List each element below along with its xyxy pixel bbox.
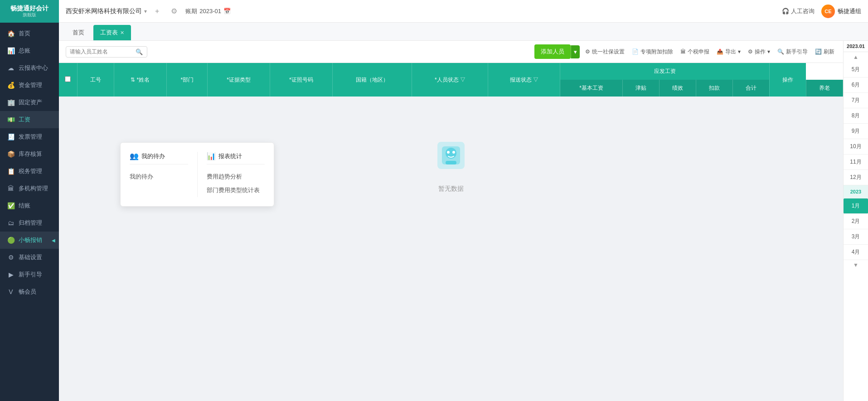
sidebar-item-label-checkout: 结账 [19, 202, 30, 210]
company-dropdown-icon: ▾ [144, 8, 147, 14]
month-nav-up[interactable]: ▲ [844, 52, 868, 62]
col-employee-id: 工号 [77, 63, 114, 97]
sidebar-item-label-multi-org: 多机构管理 [19, 184, 48, 193]
service-button[interactable]: 🎧 人工咨询 [782, 7, 815, 15]
month-item-jul[interactable]: 7月 [844, 93, 868, 108]
sidebar-item-cloud-report[interactable]: ☁云报表中心 [0, 59, 59, 77]
dept-cost-item[interactable]: 部门费用类型统计表 [207, 184, 265, 197]
add-person-dropdown-button[interactable]: ▾ [571, 45, 580, 58]
sidebar-item-salary[interactable]: 💵工资 [0, 111, 59, 128]
month-item-oct[interactable]: 10月 [844, 139, 868, 155]
todo-section-icon: 👥 [130, 152, 139, 160]
col-pension: 养老 [806, 80, 843, 97]
month-item-apr[interactable]: 4月 [844, 245, 868, 260]
logo-sub: 旗舰版 [23, 12, 36, 18]
col-checkbox[interactable] [59, 63, 77, 97]
headset-icon: 🎧 [782, 8, 789, 14]
tax-report-button[interactable]: 🏛 个税申报 [679, 48, 711, 56]
col-name[interactable]: ⇅ *姓名 [114, 63, 167, 97]
tab-close-icon[interactable]: ✕ [120, 30, 124, 36]
sidebar-item-tax[interactable]: 📋税务管理 [0, 163, 59, 180]
archive-icon: 🗂 [7, 219, 15, 227]
export-button[interactable]: 📤 导出 ▾ [715, 48, 742, 56]
logo: 畅捷通好会计 旗舰版 [0, 0, 59, 23]
sidebar-item-expense[interactable]: 🟢小畅报销◀ [0, 232, 59, 249]
cost-trend-item[interactable]: 费用趋势分析 [207, 170, 265, 184]
month-item-nov[interactable]: 11月 [844, 155, 868, 170]
empty-icon [428, 133, 474, 178]
search-icon[interactable]: 🔍 [136, 48, 143, 55]
sidebar-item-home[interactable]: 🏠首页 [0, 25, 59, 42]
dropdown-section-title-report: 📊 报表统计 [207, 152, 265, 164]
col-report-status[interactable]: 报送状态 ▽ [488, 63, 560, 97]
month-item-jun[interactable]: 6月 [844, 77, 868, 93]
tab-bar: 首页 工资表 ✕ [59, 23, 868, 41]
inventory-icon: 📦 [7, 150, 15, 158]
select-all-checkbox[interactable] [65, 76, 71, 82]
month-item-sep[interactable]: 9月 [844, 124, 868, 139]
month-item-jan[interactable]: 1月 [844, 198, 868, 214]
main-content: 西安虾米网络科技有限公司 ▾ + ⚙ 账期 2023-01 📅 🎧 人工咨询 C… [59, 0, 868, 401]
period-info: 账期 2023-01 📅 [185, 7, 231, 15]
sidebar-item-checkout[interactable]: ✅结账 [0, 197, 59, 214]
sidebar-item-guide[interactable]: ▶新手引导 [0, 266, 59, 283]
social-insurance-button[interactable]: ⚙ 统一社保设置 [583, 48, 626, 56]
table-header-row1: 工号 ⇅ *姓名 *部门 *证据类型 *证照号码 国籍（地区） *人员状态 ▽ … [59, 63, 843, 80]
calendar-icon[interactable]: 📅 [223, 8, 231, 14]
search-input[interactable] [70, 48, 133, 55]
period-label: 账期 [185, 7, 197, 15]
topbar-add-button[interactable]: + [151, 5, 163, 17]
sidebar-item-general-ledger[interactable]: 📊总账 [0, 42, 59, 59]
company-select[interactable]: 西安虾米网络科技有限公司 ▾ [66, 7, 147, 15]
month-item-aug[interactable]: 8月 [844, 108, 868, 124]
month-year-2023: 2023 [844, 185, 868, 198]
search-box: 🔍 [66, 46, 147, 58]
general-ledger-icon: 📊 [7, 47, 15, 54]
dropdown-divider [197, 152, 198, 197]
sidebar-item-fund-management[interactable]: 💰资金管理 [0, 77, 59, 94]
refresh-button[interactable]: 🔄 刷新 [813, 48, 836, 56]
tab-salary[interactable]: 工资表 ✕ [93, 25, 131, 40]
toolbar: 🔍 添加人员 ▾ ⚙ 统一社保设置 📄 专项附加扣 [59, 41, 843, 63]
sidebar-item-label-fund-management: 资金管理 [19, 81, 42, 89]
col-id-type: *证据类型 [208, 63, 270, 97]
month-nav-down[interactable]: ▼ [844, 260, 868, 270]
month-item-mar[interactable]: 3月 [844, 229, 868, 245]
cloud-report-icon: ☁ [7, 64, 15, 72]
sidebar-item-invoice[interactable]: 🧾发票管理 [0, 128, 59, 145]
sidebar-item-multi-org[interactable]: 🏛多机构管理 [0, 180, 59, 197]
sidebar-item-label-home: 首页 [19, 29, 30, 38]
guide-button[interactable]: 🔍 新手引导 [776, 48, 810, 56]
sidebar-item-label-cloud-report: 云报表中心 [19, 64, 48, 72]
tab-salary-label: 工资表 [100, 29, 118, 37]
sidebar-item-settings[interactable]: ⚙基础设置 [0, 249, 59, 266]
col-operations: 操作 [769, 63, 806, 97]
topbar-settings-button[interactable]: ⚙ [167, 5, 181, 17]
month-item-feb[interactable]: 2月 [844, 214, 868, 229]
social-insurance-icon: ⚙ [585, 48, 590, 55]
refresh-icon: 🔄 [815, 48, 822, 55]
topbar: 西安虾米网络科技有限公司 ▾ + ⚙ 账期 2023-01 📅 🎧 人工咨询 C… [59, 0, 868, 23]
todo-item[interactable]: 我的待办 [130, 170, 188, 184]
logo-text: 畅捷通好会计 [10, 5, 48, 12]
special-deduction-button[interactable]: 📄 专项附加扣除 [630, 48, 675, 56]
col-person-status[interactable]: *人员状态 ▽ [412, 63, 488, 97]
empty-text: 暂无数据 [438, 185, 464, 193]
sidebar-item-member[interactable]: V畅会员 [0, 283, 59, 300]
avatar: CE [821, 5, 835, 18]
tab-home[interactable]: 首页 [66, 25, 91, 40]
month-item-may[interactable]: 5月 [844, 62, 868, 77]
add-person-button[interactable]: 添加人员 [534, 44, 571, 59]
user-info[interactable]: CE 畅捷通组 [821, 5, 861, 18]
operation-button[interactable]: ⚙ 操作 ▾ [746, 48, 772, 56]
settings-icon: ⚙ [7, 254, 15, 261]
expense-icon: 🟢 [7, 237, 15, 244]
invoice-icon: 🧾 [7, 133, 15, 140]
month-item-dec[interactable]: 12月 [844, 170, 868, 185]
sidebar-item-archive[interactable]: 🗂归档管理 [0, 214, 59, 232]
period-value: 2023-01 [199, 8, 221, 14]
sidebar-item-label-archive: 归档管理 [19, 219, 42, 227]
sidebar-item-inventory[interactable]: 📦库存核算 [0, 145, 59, 163]
member-icon: V [7, 288, 15, 295]
sidebar-item-fixed-assets[interactable]: 🏢固定资产 [0, 94, 59, 111]
